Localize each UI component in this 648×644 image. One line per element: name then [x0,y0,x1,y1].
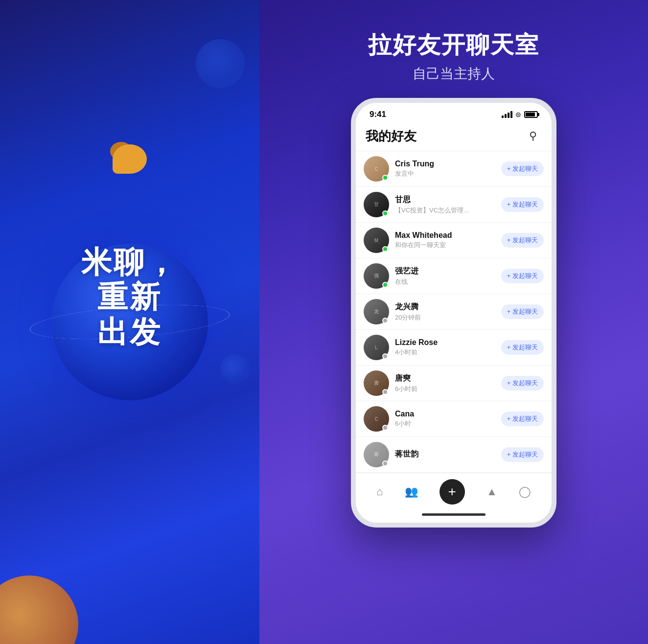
search-button[interactable]: ⚲ [524,127,542,145]
chat-bubble-main [113,144,147,174]
friend-item: 唐 唐奭 6小时前 + 发起聊天 [356,366,552,401]
offline-indicator [382,318,388,323]
offline-indicator [382,389,388,395]
friend-status: 6小时 [395,419,473,428]
friend-name: 唐奭 [395,373,495,384]
start-chat-button[interactable]: + 发起聊天 [501,161,544,176]
friend-info: 甘思 【VC投资】VC怎么管理... [395,195,495,215]
profile-icon: ◯ [519,485,531,498]
bottom-nav: ⌂ 👥 + ▲ ◯ [356,473,552,508]
friend-item: 强 强艺进 在线 + 发起聊天 [356,258,552,294]
battery-icon [524,111,538,118]
start-chat-button[interactable]: + 发起聊天 [501,233,544,248]
top-right-orb [196,39,245,88]
online-indicator [382,246,388,252]
friend-item: C Cris Trung 发言中 + 发起聊天 [356,151,552,187]
friend-info: Max Whitehead 和你在同一聊天室 [395,231,495,250]
offline-indicator [382,460,388,466]
avatar-wrap: 甘 [364,192,389,217]
friend-status: 20分钟前 [395,313,473,322]
friend-info: 强艺进 在线 [395,266,495,286]
friend-status: 【VC投资】VC怎么管理... [395,206,473,215]
friend-name: 强艺进 [395,266,495,276]
offline-indicator [382,353,388,359]
nav-profile[interactable]: ◯ [519,485,531,498]
start-chat-button[interactable]: + 发起聊天 [501,412,544,426]
friend-item: C Cana 6小时 + 发起聊天 [356,401,552,437]
online-indicator [382,210,388,216]
avatar-wrap: 龙 [364,299,389,324]
right-title: 拉好友开聊天室 [368,29,539,61]
app-tagline: 米聊， 重新 出发 [81,245,178,349]
wifi-icon: ⊜ [515,111,521,118]
friend-info: 龙兴腾 20分钟前 [395,302,495,322]
friend-item: 龙 龙兴腾 20分钟前 + 发起聊天 [356,294,552,330]
online-indicator [382,175,388,181]
start-chat-button[interactable]: + 发起聊天 [501,376,544,391]
add-icon: + [448,484,456,500]
friend-name: 甘思 [395,195,495,205]
avatar-wrap: 蒋 [364,442,389,467]
home-icon: ⌂ [376,485,383,498]
friend-status: 和你在同一聊天室 [395,241,473,250]
friend-info: 唐奭 6小时前 [395,373,495,393]
friend-item: L Lizzie Rose 4小时前 + 发起聊天 [356,330,552,366]
avatar-wrap: L [364,335,389,360]
friend-info: 蒋世韵 [395,449,495,460]
friends-icon: 👥 [405,485,418,498]
friend-item: 蒋 蒋世韵 + 发起聊天 [356,437,552,473]
nav-add-button[interactable]: + [440,479,465,505]
friend-info: Cris Trung 发言中 [395,160,495,178]
avatar-wrap: C [364,156,389,182]
chat-icon [110,142,149,176]
phone-mockup: 9:41 ⊜ [351,98,556,528]
friend-info: Lizzie Rose 4小时前 [395,338,495,357]
home-indicator [356,508,552,523]
friends-title: 我的好友 [366,128,417,145]
friend-name: 龙兴腾 [395,302,495,312]
status-time: 9:41 [370,110,386,119]
bottom-left-orb [0,575,78,644]
friend-list: C Cris Trung 发言中 + 发起聊天 甘 甘思 【VC投资】VC怎么管… [356,151,552,473]
friend-status: 发言中 [395,169,473,178]
friend-status: 4小时前 [395,348,473,357]
left-panel: 米聊， 重新 出发 [0,0,259,644]
right-header: 拉好友开聊天室 自己当主持人 [358,0,549,93]
start-chat-button[interactable]: + 发起聊天 [501,269,544,283]
nav-notifications[interactable]: ▲ [486,485,497,498]
friend-info: Cana 6小时 [395,410,495,428]
friend-status: 6小时前 [395,385,473,393]
signal-icon [502,111,512,118]
avatar-wrap: M [364,228,389,253]
right-subtitle: 自己当主持人 [368,65,539,83]
nav-friends[interactable]: 👥 [405,485,418,498]
status-icons: ⊜ [502,111,538,118]
home-bar [422,513,486,516]
avatar-wrap: C [364,406,389,432]
status-bar: 9:41 ⊜ [356,103,552,122]
friend-name: Cris Trung [395,160,495,168]
friend-item: M Max Whitehead 和你在同一聊天室 + 发起聊天 [356,223,552,258]
right-panel: 拉好友开聊天室 自己当主持人 9:41 ⊜ [259,0,648,644]
start-chat-button[interactable]: + 发起聊天 [501,340,544,355]
start-chat-button[interactable]: + 发起聊天 [501,197,544,212]
bell-icon: ▲ [486,485,497,498]
friend-name: Lizzie Rose [395,338,495,347]
phone-frame: 9:41 ⊜ [351,98,556,528]
start-chat-button[interactable]: + 发起聊天 [501,447,544,462]
phone-screen: 9:41 ⊜ [356,103,552,523]
friend-name: Cana [395,410,495,418]
friend-name: Max Whitehead [395,231,495,240]
friend-name: 蒋世韵 [395,449,495,460]
friend-item: 甘 甘思 【VC投资】VC怎么管理... + 发起聊天 [356,187,552,223]
avatar-wrap: 强 [364,263,389,289]
offline-indicator [382,425,388,431]
mid-right-orb [220,354,250,384]
online-indicator [382,282,388,288]
nav-home[interactable]: ⌂ [376,485,383,498]
start-chat-button[interactable]: + 发起聊天 [501,304,544,319]
chat-icon-wrapper [110,142,149,176]
friend-status: 在线 [395,277,473,286]
avatar-wrap: 唐 [364,370,389,396]
app-header: 我的好友 ⚲ [356,122,552,151]
